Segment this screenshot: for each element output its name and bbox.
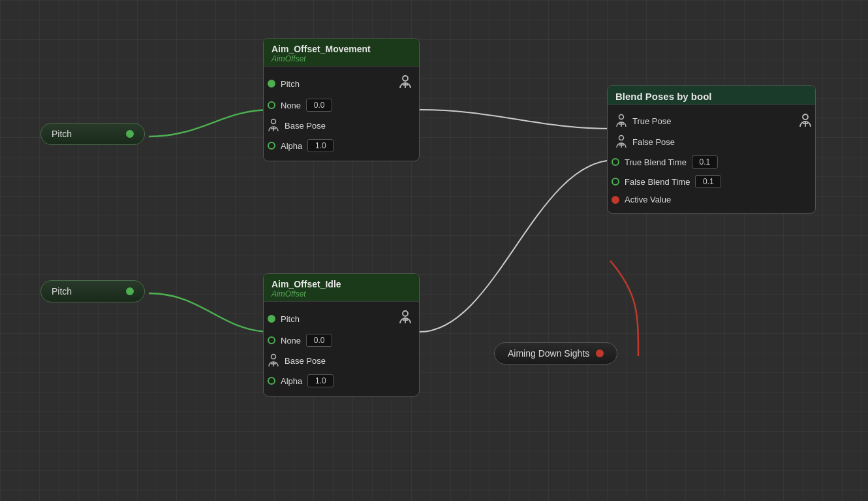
alpha-label-2: Alpha (281, 376, 302, 386)
aim-offset-movement-body: Pitch None 0.0 (264, 67, 419, 161)
aim-offset-idle-pitch-row: Pitch (264, 307, 419, 331)
false-blend-pin (612, 178, 619, 186)
aim-offset-idle-alpha-row: Alpha 1.0 (264, 371, 419, 391)
ads-pill[interactable]: Aiming Down Sights (494, 342, 617, 364)
pitch-pill-1-label: Pitch (52, 129, 72, 139)
aim-offset-idle-none-row: None 0.0 (264, 331, 419, 350)
pitch-input-pin-1 (268, 80, 275, 88)
true-blend-label: True Blend Time (625, 157, 687, 167)
basepose-icon-2 (268, 353, 279, 368)
false-pose-icon (615, 135, 627, 149)
aim-offset-movement-header: Aim_Offset_Movement AimOffset (264, 39, 419, 67)
svg-point-18 (619, 136, 624, 140)
aim-offset-movement-node[interactable]: Aim_Offset_Movement AimOffset Pitch (263, 38, 420, 161)
aim-offset-idle-subtitle: AimOffset (271, 289, 411, 299)
svg-point-12 (619, 115, 624, 120)
svg-point-3 (271, 120, 276, 124)
none-label-2: None (281, 336, 301, 346)
aim-offset-idle-body: Pitch None 0.0 (264, 302, 419, 396)
pitch-pill-2[interactable]: Pitch (40, 280, 145, 302)
pitch-pill-1[interactable]: Pitch (40, 123, 145, 145)
blend-false-time-row: False Blend Time 0.1 (608, 172, 815, 191)
aim-offset-movement-alpha-row: Alpha 1.0 (264, 136, 419, 155)
active-value-label: Active Value (625, 195, 671, 204)
blend-poses-node[interactable]: Blend Poses by bool True Pose (607, 85, 816, 214)
none-pin-1 (268, 101, 275, 109)
blend-true-time-row: True Blend Time 0.1 (608, 152, 815, 172)
person-icon-1 (399, 75, 411, 92)
blend-false-pose-row: False Pose (608, 131, 815, 152)
aim-offset-idle-title: Aim_Offset_Idle (271, 279, 411, 289)
pitch-label-1: Pitch (281, 79, 300, 89)
blend-person-icon (799, 114, 811, 128)
ads-output-pin (596, 349, 604, 357)
alpha-label-1: Alpha (281, 141, 302, 151)
aim-offset-movement-none-row: None 0.0 (264, 95, 419, 115)
none-pin-2 (268, 336, 275, 344)
alpha-value-2[interactable]: 1.0 (307, 374, 333, 387)
aim-offset-idle-header: Aim_Offset_Idle AimOffset (264, 274, 419, 302)
aim-offset-movement-title: Aim_Offset_Movement (271, 44, 411, 54)
pitch-pill-1-output-pin (126, 130, 134, 138)
none-label-1: None (281, 101, 301, 110)
person-icon-2 (399, 310, 411, 327)
blend-poses-body: True Pose (608, 105, 815, 213)
true-blend-pin (612, 158, 619, 166)
blend-poses-header: Blend Poses by bool (608, 86, 815, 105)
alpha-pin-1 (268, 142, 275, 150)
false-blend-value[interactable]: 0.1 (695, 175, 721, 188)
aim-offset-movement-basepose-row: Base Pose (264, 115, 419, 136)
alpha-pin-2 (268, 377, 275, 385)
svg-point-9 (271, 355, 276, 359)
true-pose-icon (615, 114, 627, 128)
pitch-pill-2-label: Pitch (52, 286, 72, 297)
svg-point-15 (803, 114, 808, 120)
active-value-pin (612, 196, 619, 204)
blend-active-row: Active Value (608, 191, 815, 208)
connections-svg (0, 0, 868, 501)
pitch-input-pin-2 (268, 315, 275, 323)
true-pose-label: True Pose (632, 116, 672, 126)
false-pose-label: False Pose (632, 137, 675, 147)
aim-offset-idle-basepose-row: Base Pose (264, 350, 419, 371)
false-blend-label: False Blend Time (625, 177, 690, 187)
aim-offset-movement-subtitle: AimOffset (271, 54, 411, 63)
true-blend-value[interactable]: 0.1 (692, 155, 718, 169)
pitch-label-2: Pitch (281, 314, 300, 324)
basepose-label-1: Base Pose (285, 121, 326, 131)
svg-point-0 (403, 76, 408, 81)
blend-poses-title: Blend Poses by bool (615, 91, 807, 102)
basepose-icon-1 (268, 118, 279, 133)
aim-offset-idle-node[interactable]: Aim_Offset_Idle AimOffset Pitch (263, 273, 420, 396)
aim-offset-movement-pitch-row: Pitch (264, 72, 419, 95)
svg-point-6 (403, 311, 408, 316)
alpha-value-1[interactable]: 1.0 (307, 139, 333, 152)
none-value-1[interactable]: 0.0 (306, 99, 332, 112)
ads-label: Aiming Down Sights (508, 348, 589, 359)
basepose-label-2: Base Pose (285, 356, 326, 366)
pitch-pill-2-output-pin (126, 287, 134, 295)
none-value-2[interactable]: 0.0 (306, 334, 332, 347)
canvas: Pitch Pitch Aim_Offset_Movement AimOffse… (0, 0, 868, 501)
blend-true-pose-row: True Pose (608, 110, 815, 131)
